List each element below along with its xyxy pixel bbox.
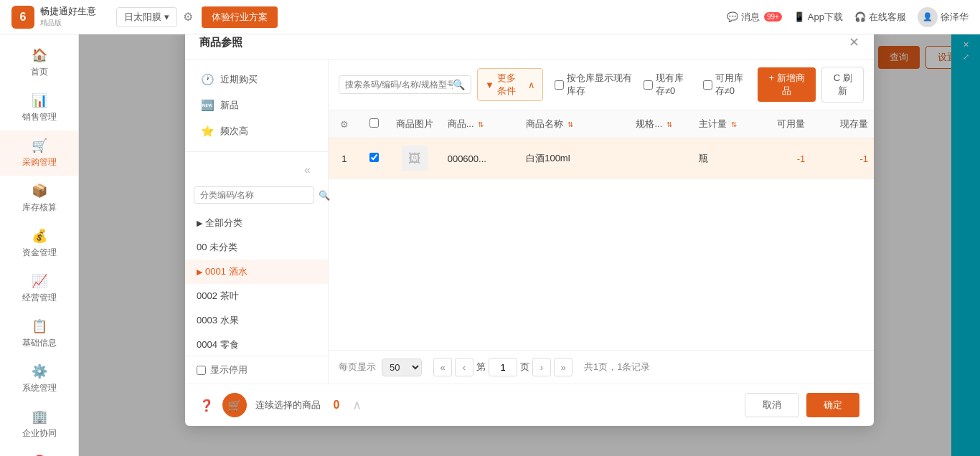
search-icon[interactable]: 🔍 (453, 79, 465, 90)
nav-selector[interactable]: 日太阳膜 ▾ (116, 7, 177, 27)
cart-icon[interactable]: 🛒 (222, 393, 247, 417)
collapse-panel-btn[interactable]: « (296, 158, 319, 182)
nav-right: 💬 消息 99+ 📱 App下载 🎧 在线客服 👤 徐泽华 (727, 7, 969, 27)
sales-icon: 📊 (32, 92, 47, 108)
cb-usable-stock-input[interactable] (703, 80, 712, 90)
help-icon[interactable]: ❓ (199, 399, 214, 412)
cart-icon-symbol: 🛒 (227, 399, 242, 412)
modal-close-btn[interactable]: ✕ (849, 34, 859, 50)
online-service-item[interactable]: 🎧 在线客服 (854, 11, 906, 24)
refresh-btn[interactable]: C 刷新 (821, 67, 864, 103)
message-icon: 💬 (727, 11, 738, 22)
cat-item-00[interactable]: 00 未分类 (185, 235, 328, 260)
select-all-checkbox[interactable] (369, 118, 379, 128)
page-next-btn[interactable]: › (532, 358, 551, 376)
arrow-icon: ▶ (197, 219, 202, 228)
add-product-btn[interactable]: + 新增商品 (758, 67, 816, 102)
sort-name-icon: ⇅ (567, 120, 573, 128)
page-last-btn[interactable]: » (554, 358, 573, 376)
cb-by-warehouse-input[interactable] (555, 80, 564, 90)
cb-usable-stock[interactable]: 可用库存≠0 (703, 72, 753, 98)
th-image-label: 商品图片 (396, 118, 433, 129)
filter-more-btn[interactable]: ▼ 更多条件 ∧ (477, 68, 543, 101)
tab-new[interactable]: 🆕 新品 (194, 94, 319, 117)
per-page-select[interactable]: 50 20 100 (382, 358, 422, 376)
table-row[interactable]: 1 🖼 000600... (329, 138, 874, 179)
product-search-input[interactable] (345, 80, 453, 90)
enterprise-icon: 🏢 (32, 409, 47, 424)
cancel-btn[interactable]: 取消 (745, 393, 799, 417)
cat-item-0001[interactable]: ▶ 0001 酒水 (185, 260, 328, 284)
filter-icon: ▼ (485, 80, 494, 90)
chevron-down-icon: ▾ (164, 11, 169, 22)
product-search-box: 🔍 (339, 75, 471, 94)
cat-0003-label: 0003 水果 (197, 315, 239, 326)
notifications-item[interactable]: 💬 消息 99+ (727, 11, 782, 24)
tab-new-label: 新品 (220, 99, 239, 112)
sidebar-item-enterprise[interactable]: 🏢 企业协同 (0, 402, 78, 447)
cat-item-all[interactable]: ▶ 全部分类 (185, 211, 328, 235)
online-service-label: 在线客服 (869, 11, 906, 24)
experience-btn[interactable]: 体验行业方案 (202, 6, 278, 28)
cat-item-0003[interactable]: 0003 水果 (185, 308, 328, 333)
sidebar-item-home[interactable]: 🏠 首页 (0, 40, 78, 85)
app-download-item[interactable]: 📱 App下载 (793, 11, 843, 24)
th-unit-label: 主计量 (699, 118, 727, 129)
th-code-label: 商品... (448, 118, 474, 129)
headset-icon: 🎧 (854, 11, 866, 22)
th-code[interactable]: 商品... ⇅ (442, 110, 521, 138)
cb-current-stock-label: 现有库存≠0 (656, 72, 693, 98)
logo-area: 6 畅捷通好生意 精品版 (11, 6, 105, 29)
tab-recent[interactable]: 🕐 近期购买 (194, 68, 319, 91)
page-num-prefix: 第 (476, 361, 486, 374)
cb-current-stock-input[interactable] (644, 80, 653, 90)
sidebar-item-purchase[interactable]: 🛒 采购管理 (0, 130, 78, 176)
row-code: 000600... (448, 153, 486, 164)
sidebar-label-enterprise: 企业协同 (22, 427, 57, 440)
row-checkbox[interactable] (369, 153, 379, 162)
confirm-btn[interactable]: 确定 (806, 393, 859, 417)
td-code: 000600... (442, 138, 521, 179)
cat-item-0002[interactable]: 0002 茶叶 (185, 284, 328, 308)
inventory-icon: 📦 (32, 183, 47, 199)
th-spec[interactable]: 规格... ⇅ (630, 110, 693, 138)
operation-icon: 📈 (32, 273, 47, 289)
nav-selector-label: 日太阳膜 (124, 11, 161, 24)
sidebar-item-sales[interactable]: 📊 销售管理 (0, 85, 78, 130)
display-disabled-label: 显示停用 (210, 364, 248, 376)
page-prev-btn[interactable]: ‹ (455, 358, 473, 376)
sidebar-item-guide[interactable]: 🎯 新手引导 (0, 447, 78, 456)
top-nav: 6 畅捷通好生意 精品版 日太阳膜 ▾ ⚙ 体验行业方案 💬 消息 99+ 📱 … (0, 0, 980, 34)
sidebar-label-purchase: 采购管理 (22, 156, 57, 168)
settings-icon[interactable]: ⚙ (183, 10, 193, 24)
cat-item-0004[interactable]: 0004 零食 (185, 333, 328, 356)
sidebar-item-basic[interactable]: 📋 基础信息 (0, 311, 78, 356)
th-name[interactable]: 商品名称 ⇅ (520, 110, 630, 138)
sidebar-label-inventory: 库存核算 (22, 201, 57, 214)
th-unit[interactable]: 主计量 ⇅ (693, 110, 748, 138)
modal-title: 商品参照 (199, 36, 242, 49)
expand-icon[interactable]: ∧ (352, 397, 362, 413)
page-num-input[interactable] (489, 358, 517, 376)
sidebar-item-finance[interactable]: 💰 资金管理 (0, 221, 78, 266)
th-settings: ⚙ (329, 110, 360, 138)
content-area: 查询 设置 ✕ ⤢ 商品参照 ✕ 🕐 (79, 34, 980, 456)
category-search-input[interactable] (194, 186, 314, 204)
cb-by-warehouse[interactable]: 按仓库显示现有库存 (555, 72, 633, 98)
tab-frequent[interactable]: ⭐ 频次高 (194, 120, 319, 143)
sidebar: 🏠 首页 📊 销售管理 🛒 采购管理 📦 库存核算 💰 资金管理 📈 经营管理 … (0, 34, 79, 456)
per-page-label: 每页显示 (339, 361, 376, 374)
sidebar-item-inventory[interactable]: 📦 库存核算 (0, 176, 78, 221)
user-item[interactable]: 👤 徐泽华 (918, 7, 969, 27)
sort-unit-icon: ⇅ (731, 120, 737, 128)
td-check[interactable] (360, 138, 388, 179)
cb-current-stock[interactable]: 现有库存≠0 (644, 72, 693, 98)
page-first-btn[interactable]: « (433, 358, 452, 376)
display-disabled-checkbox[interactable] (197, 366, 206, 375)
table-settings-icon[interactable]: ⚙ (340, 119, 349, 130)
sidebar-item-operation[interactable]: 📈 经营管理 (0, 266, 78, 311)
sidebar-label-sales: 销售管理 (22, 111, 57, 123)
tab-recent-label: 近期购买 (220, 73, 258, 86)
sidebar-item-system[interactable]: ⚙️ 系统管理 (0, 356, 78, 402)
left-panel: 🕐 近期购买 🆕 新品 ⭐ 频次高 (185, 60, 329, 384)
